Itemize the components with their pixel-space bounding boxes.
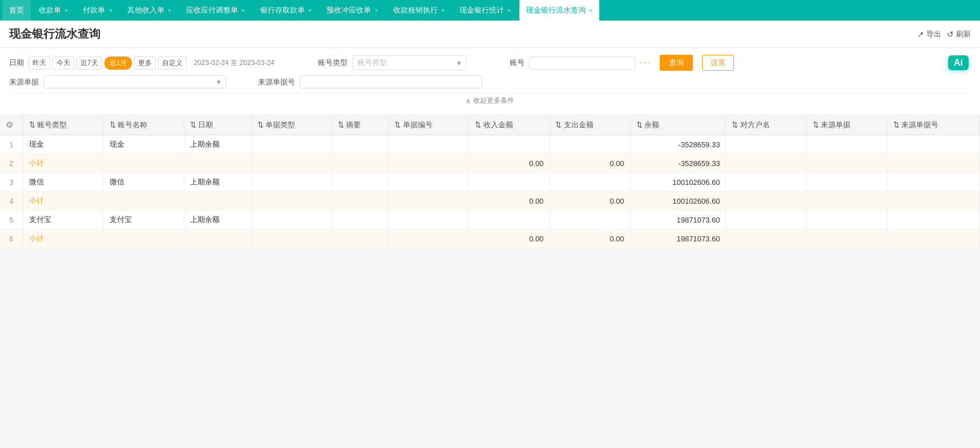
table-row: 5支付宝支付宝上期余额19871073.60	[0, 211, 980, 229]
table-cell: 支付宝	[23, 211, 103, 229]
table-cell: 上期余额	[184, 211, 251, 229]
table-cell	[550, 173, 630, 192]
th-income[interactable]: ⇅ 收入金额	[469, 115, 550, 135]
th-expense[interactable]: ⇅ 支出金额	[550, 115, 630, 135]
nav-tab-付款单[interactable]: 付款单×	[76, 0, 119, 21]
table-cell: 6	[0, 229, 23, 248]
close-tab-icon[interactable]: ×	[64, 7, 68, 14]
th-counterparty[interactable]: ⇅ 对方户名	[726, 115, 806, 135]
close-tab-icon[interactable]: ×	[441, 7, 445, 14]
filter-row-1: 日期 昨天今天近7天近1月更多自定义 2023-02-24 至 2023-03-…	[9, 55, 971, 71]
query-button[interactable]: 查询	[660, 55, 693, 71]
table-cell	[251, 154, 332, 173]
table-cell	[332, 173, 388, 192]
nav-tab-收款核销执行[interactable]: 收款核销执行×	[386, 0, 451, 21]
settings-button[interactable]: 设置	[702, 55, 734, 71]
collapse-button[interactable]: ∧ 收起更多条件	[9, 93, 971, 108]
table-cell	[388, 229, 469, 248]
close-tab-icon[interactable]: ×	[108, 7, 112, 14]
table-cell	[332, 192, 388, 211]
table-cell	[806, 173, 887, 192]
close-tab-icon[interactable]: ×	[168, 7, 171, 14]
refresh-button[interactable]: ↺ 刷新	[947, 29, 971, 39]
table-settings-icon[interactable]: ⚙	[6, 120, 13, 130]
nav-tab-其他收入单[interactable]: 其他收入单×	[120, 0, 178, 21]
table-cell	[388, 173, 469, 192]
nav-tab-收款单[interactable]: 收款单×	[32, 0, 75, 21]
table-cell	[469, 173, 550, 192]
table-cell	[806, 229, 887, 248]
table-row: 4小计0.000.00100102606.60	[0, 192, 980, 211]
th-account-name[interactable]: ⇅ 账号名称	[103, 115, 184, 135]
table-cell	[726, 229, 806, 248]
date-btn-自定义[interactable]: 自定义	[158, 56, 187, 70]
close-tab-icon[interactable]: ×	[374, 7, 378, 14]
close-tab-icon[interactable]: ×	[589, 7, 592, 14]
date-btn-今天[interactable]: 今天	[53, 56, 74, 70]
table-cell	[887, 192, 979, 211]
table-cell	[332, 229, 388, 248]
date-btn-近7天[interactable]: 近7天	[76, 56, 102, 70]
th-settings[interactable]: ⚙	[0, 115, 23, 135]
close-tab-icon[interactable]: ×	[308, 7, 312, 14]
top-navigation: 首页 收款单×付款单×其他收入单×应收应付调整单×银行存取款单×预收冲应收单×收…	[0, 0, 980, 21]
account-filter-group: 账号 ···	[510, 56, 651, 70]
table-row: 1现金现金上期余额-3528659.33	[0, 135, 980, 154]
account-input[interactable]	[529, 56, 635, 70]
table-cell	[726, 173, 806, 192]
th-source-doc-no[interactable]: ⇅ 来源单据号	[887, 115, 979, 135]
table-cell	[726, 211, 806, 229]
source-doc-filter-group: 来源单据 ▾	[9, 75, 226, 88]
nav-tab-应收应付调整单[interactable]: 应收应付调整单×	[179, 0, 252, 21]
account-type-placeholder: 账号类型	[357, 58, 387, 68]
chevron-down-icon: ▾	[457, 59, 461, 67]
date-btn-近1月[interactable]: 近1月	[104, 56, 132, 70]
table-cell: 0.00	[550, 154, 630, 173]
table-row: 2小计0.000.00-3528659.33	[0, 154, 980, 173]
source-doc-no-label: 来源单据号	[258, 77, 295, 87]
th-doc-no[interactable]: ⇅ 单据编号	[388, 115, 469, 135]
nav-tab-预收冲应收单[interactable]: 预收冲应收单×	[320, 0, 385, 21]
account-dots-button[interactable]: ···	[640, 58, 651, 68]
filter-area: 日期 昨天今天近7天近1月更多自定义 2023-02-24 至 2023-03-…	[0, 48, 980, 115]
th-account-type[interactable]: ⇅ 账号类型	[23, 115, 103, 135]
table-cell	[806, 135, 887, 154]
source-doc-select[interactable]: ▾	[43, 75, 226, 88]
table-cell: 0.00	[550, 192, 630, 211]
nav-tab-银行存取款单[interactable]: 银行存取款单×	[253, 0, 318, 21]
date-btn-更多[interactable]: 更多	[134, 56, 156, 70]
table-cell	[184, 229, 251, 248]
table-cell: -3528659.33	[630, 135, 726, 154]
account-type-label: 账号类型	[318, 58, 348, 68]
th-source-doc[interactable]: ⇅ 来源单据	[806, 115, 887, 135]
source-doc-no-input[interactable]	[300, 75, 482, 88]
ai-badge[interactable]: Ai	[948, 55, 969, 70]
table-cell: 5	[0, 211, 23, 229]
close-tab-icon[interactable]: ×	[241, 7, 245, 14]
header-actions: ↗ 导出 ↺ 刷新	[917, 29, 971, 39]
filter-row-2: 来源单据 ▾ 来源单据号	[9, 75, 971, 88]
table-cell	[726, 154, 806, 173]
table-cell: 微信	[103, 173, 184, 192]
account-type-select[interactable]: 账号类型 ▾	[352, 55, 466, 70]
th-date[interactable]: ⇅ 日期	[184, 115, 251, 135]
th-doc-type[interactable]: ⇅ 单据类型	[251, 115, 332, 135]
nav-tab-现金银行流水查询[interactable]: 现金银行流水查询×	[519, 0, 599, 21]
date-btn-昨天[interactable]: 昨天	[29, 56, 50, 70]
date-range-text: 2023-02-24 至 2023-03-24	[193, 58, 274, 68]
table-cell	[184, 192, 251, 211]
table-cell	[887, 135, 979, 154]
collapse-label: 收起更多条件	[473, 96, 514, 106]
th-balance[interactable]: ⇅ 余额	[630, 115, 726, 135]
table-cell: 0.00	[550, 229, 630, 248]
th-summary[interactable]: ⇅ 摘要	[332, 115, 388, 135]
nav-tab-现金银行统计[interactable]: 现金银行统计×	[453, 0, 518, 21]
table-cell: 3	[0, 173, 23, 192]
nav-home[interactable]: 首页	[2, 0, 31, 21]
table-cell: 19871073.60	[630, 229, 726, 248]
export-button[interactable]: ↗ 导出	[917, 29, 941, 39]
table-cell	[251, 229, 332, 248]
table-cell	[806, 211, 887, 229]
table-cell	[726, 192, 806, 211]
close-tab-icon[interactable]: ×	[507, 7, 511, 14]
